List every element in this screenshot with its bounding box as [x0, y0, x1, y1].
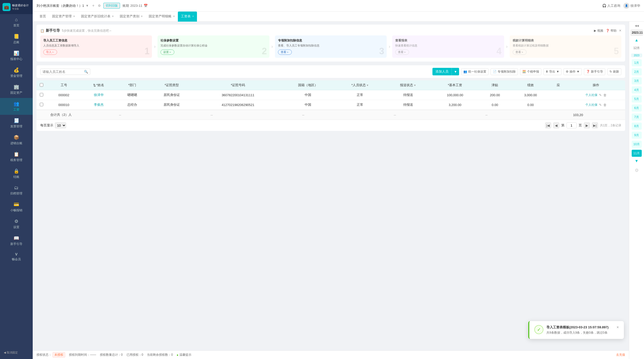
sidebar-item-reports[interactable]: 📊 报表中心 — [0, 47, 33, 64]
step-2-btn[interactable]: 设置＞ — [160, 49, 174, 55]
new-guide-btn[interactable]: ❓ 新手引导 — [584, 68, 605, 75]
panel-month-9[interactable]: 9月 — [632, 132, 642, 139]
guide-close-btn[interactable]: × — [619, 28, 621, 33]
step-1-btn[interactable]: 导入＞ — [43, 49, 57, 55]
row-2-checkbox[interactable] — [40, 103, 43, 106]
search-input[interactable] — [43, 70, 83, 74]
step-5-btn[interactable]: 查看＞ — [513, 49, 527, 55]
company-dropdown-icon[interactable]: ▼ — [86, 4, 89, 8]
page-last-btn[interactable]: ▶| — [592, 122, 598, 128]
status-filter-icon[interactable]: ▼ — [366, 84, 369, 87]
panel-month-7[interactable]: 7月 — [632, 114, 642, 121]
panel-month-6[interactable]: 6月 — [632, 105, 642, 112]
step-3-btn[interactable]: 查看＞ — [278, 49, 292, 55]
tab-asset-detail[interactable]: 固定资产明细账 × — [146, 12, 178, 22]
tax-report-btn[interactable]: 🧮 个税申报 — [520, 68, 541, 75]
step-3-desc: 查看、导入员工专项附加扣除信息 — [278, 44, 384, 47]
period-selector[interactable]: 账期 2023-11 📅 — [123, 4, 148, 8]
social-security-btn[interactable]: 👥 统一社保设置 — [461, 68, 489, 75]
panel-month-5[interactable]: 5月 — [632, 95, 642, 102]
sidebar-item-tax[interactable]: 📋 税务管理 — [0, 148, 33, 165]
panel-up-chevron[interactable]: ▲ — [635, 38, 639, 42]
switch-version-button[interactable]: 切到旧版 — [103, 3, 120, 9]
refresh-btn[interactable]: ↻ 刷新 — [607, 68, 621, 75]
panel-expand-btn[interactable]: ◀◀ — [635, 24, 639, 27]
th-status-sort[interactable]: *人员状态 ▼ — [351, 83, 369, 87]
charge-link[interactable]: 去充值 — [616, 353, 625, 357]
panel-month-3[interactable]: 3月 — [632, 77, 642, 84]
sidebar-item-invoices[interactable]: 🧾 发票管理 — [0, 115, 33, 132]
page-first-btn[interactable]: |◀ — [545, 122, 551, 128]
row-1-edit-btn[interactable]: ✎ — [599, 93, 602, 97]
row-1-checkbox[interactable] — [40, 93, 43, 96]
panel-month-10[interactable]: 10月 — [632, 141, 642, 148]
tab-home[interactable]: 首页 — [36, 12, 49, 22]
search-icon: 🔍 — [84, 70, 88, 74]
sidebar-item-salary[interactable]: 👥 工资 — [0, 98, 33, 115]
report-filter-icon[interactable]: ▼ — [414, 84, 416, 87]
tab-asset-category[interactable]: 固定资产类别 × — [117, 12, 146, 22]
th-report-status-sort[interactable]: 报送状态 ▼ — [400, 83, 416, 87]
th-name-sort[interactable]: ⇅ *姓名 — [93, 83, 104, 87]
page-size-select[interactable]: 10 20 50 — [55, 122, 66, 128]
row-1-name-link[interactable]: 徐泽华 — [94, 93, 104, 97]
row-1-delete-btn[interactable]: 🗑 — [603, 93, 607, 97]
sidebar-item-settings[interactable]: ⚙ 设置 — [0, 216, 33, 232]
row-2-name-link[interactable]: 李俊杰 — [94, 103, 104, 107]
user-menu[interactable]: 👤 徐泽华 — [623, 3, 640, 9]
page-next-btn[interactable]: ▶ — [584, 122, 590, 128]
add-person-button[interactable]: 添加人员 — [432, 68, 452, 75]
sidebar-item-archive[interactable]: 🗂 归档管理 — [0, 182, 33, 199]
salary-table-container: 工号 ⇅ *姓名 — [36, 80, 625, 131]
panel-down-chevron[interactable]: ▼ — [635, 159, 639, 163]
tab-close-icon[interactable]: × — [192, 15, 194, 18]
page-prev-btn[interactable]: ◀ — [553, 122, 559, 128]
panel-month-12[interactable]: 12月 — [632, 44, 642, 52]
tab-depreciation[interactable]: 固定资产折旧统计表 × — [78, 12, 117, 22]
sidebar-item-guide[interactable]: 📖 新手引导 — [0, 232, 33, 249]
ai-consult-button[interactable]: 🎧 人工咨询 — [602, 4, 620, 8]
notif-close-btn[interactable]: × — [617, 325, 619, 330]
page-input[interactable] — [567, 122, 577, 128]
panel-month-8[interactable]: 8月 — [632, 123, 642, 130]
tab-close-icon[interactable]: × — [112, 15, 114, 18]
company-selector[interactable]: 刘小艳演示账套（勿删勿动！）1 ▼ — [36, 4, 89, 8]
operation-btn[interactable]: ⚙ 操作 ▼ — [564, 68, 582, 75]
step-4-btn[interactable]: 查看＞ — [395, 49, 409, 55]
sidebar-item-member[interactable]: V 畅会员 — [0, 249, 33, 265]
sidebar-item-close[interactable]: 🔒 结账 — [0, 165, 33, 182]
sidebar-item-ledger[interactable]: 📒 总账 — [0, 31, 33, 47]
step-3-title: 专项附加扣除信息 — [278, 38, 384, 43]
row-2-edit-btn[interactable]: ✎ — [599, 103, 602, 107]
select-all-checkbox[interactable] — [40, 83, 43, 87]
tab-close-icon[interactable]: × — [173, 15, 175, 18]
th-id-number-label: *证照号码 — [231, 83, 245, 87]
panel-month-1[interactable]: 1月 — [632, 59, 642, 66]
sidebar-item-assets[interactable]: 🏢 固定资产 — [0, 81, 33, 98]
row-2-social-btn[interactable]: 个人社保 — [585, 103, 597, 107]
tab-close-icon[interactable]: × — [141, 15, 143, 18]
guide-video-btn[interactable]: ▶ 视频 — [594, 29, 603, 33]
row-1-social-btn[interactable]: 个人社保 — [585, 93, 597, 97]
sidebar-item-inventory[interactable]: 📦 进销台账 — [0, 132, 33, 148]
guide-help-btn[interactable]: ❓ 帮助 — [606, 29, 617, 33]
panel-settings-btn[interactable]: ⚙ — [632, 165, 642, 175]
guide-icon: ❓ — [586, 70, 590, 73]
tab-fixed-assets[interactable]: 固定资产管理 × — [49, 12, 78, 22]
export-btn[interactable]: ⬇ 导出 ▼ — [543, 68, 561, 75]
tab-salary[interactable]: 工资表 × — [178, 12, 197, 22]
panel-month-4[interactable]: 4月 — [632, 86, 642, 93]
add-person-dropdown[interactable]: ▼ — [452, 68, 459, 75]
company-settings-icon[interactable]: ⚙ — [98, 4, 101, 8]
panel-month-11[interactable]: 11月 — [632, 150, 642, 157]
sidebar-item-funds[interactable]: 💰 资金管理 — [0, 64, 33, 81]
sidebar-item-label: 结账 — [13, 175, 19, 179]
special-deduction-btn[interactable]: 📄 专项附加扣除 — [491, 68, 518, 75]
row-2-delete-btn[interactable]: 🗑 — [603, 103, 607, 107]
tab-close-icon[interactable]: × — [73, 15, 75, 18]
panel-month-2[interactable]: 2月 — [632, 68, 642, 75]
sidebar-item-expense[interactable]: 💳 小畅报销 — [0, 199, 33, 216]
add-company-icon[interactable]: ＋ — [91, 3, 95, 8]
cancel-fixed-btn[interactable]: ◀ 取消固定 — [3, 349, 30, 356]
sidebar-item-home[interactable]: ⌂ 首页 — [0, 14, 33, 31]
